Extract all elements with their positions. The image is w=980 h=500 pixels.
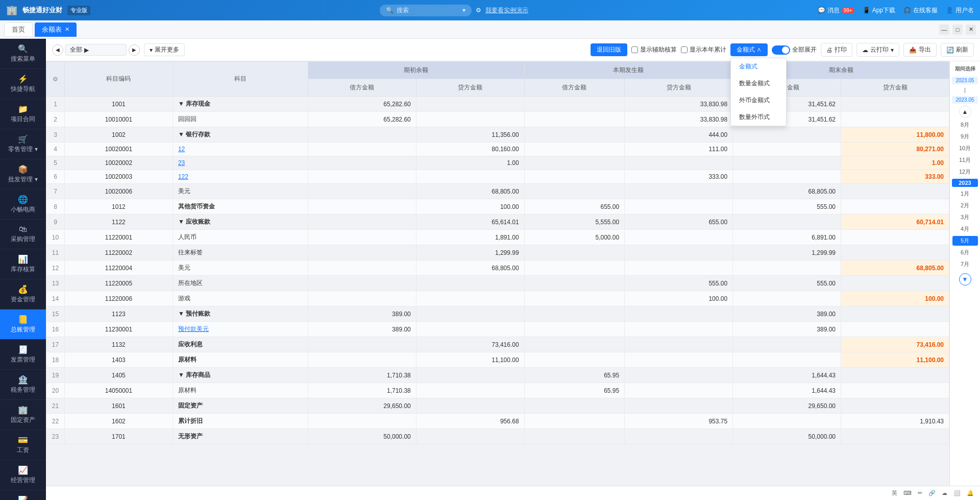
period-oct[interactable]: 10月 — [952, 144, 978, 153]
sidebar-item-quick-nav[interactable]: ⚡ 快捷导航 — [0, 69, 46, 99]
lang-icon[interactable]: 英 — [892, 489, 897, 497]
cloud-icon[interactable]: ☁ — [942, 490, 947, 496]
table-row: 211601固定资产29,650.0029,650.00 — [46, 398, 949, 414]
row-ob-credit: 1,891.00 — [416, 230, 524, 245]
export-btn[interactable]: 📤 导出 — [903, 43, 937, 57]
sidebar-item-wholesale-label: 批发管理 ▾ — [8, 176, 37, 183]
show-aux-input[interactable] — [631, 46, 638, 53]
row-name: ▼ 应收账款 — [173, 215, 308, 230]
row-name: 回回回 — [173, 112, 308, 127]
row-name[interactable]: 12 — [173, 142, 308, 156]
format-foreign-amount-item[interactable]: 外币金额式 — [731, 92, 786, 109]
toggle-control[interactable] — [772, 45, 790, 55]
show-ytd-input[interactable] — [681, 46, 688, 53]
row-cb-credit: 333.00 — [841, 170, 949, 184]
sidebar-item-tax[interactable]: 🏦 税务管理 — [0, 370, 46, 400]
toolbar-right: 退回旧版 显示辅助核算 显示本年累计 金额式 ∧ 金额式 数量金额 — [591, 43, 974, 57]
period-may[interactable]: 5月 — [952, 236, 978, 246]
app-download-btn[interactable]: 📱 App下载 — [863, 6, 895, 15]
period-dec[interactable]: 12月 — [952, 167, 978, 177]
sidebar-item-project[interactable]: 📁 项目合同 — [0, 99, 46, 129]
format-amount-item[interactable]: 金额式 — [731, 58, 786, 75]
row-name: 游戏 — [173, 291, 308, 306]
sidebar-item-ledger[interactable]: 📒 总账管理 — [0, 309, 46, 340]
keyboard-icon[interactable]: ⌨ — [903, 490, 912, 496]
table-row: 1611230001预付款美元389.00389.00 — [46, 322, 949, 337]
period-aug[interactable]: 8月 — [952, 120, 978, 130]
purchase-icon: 🛍 — [2, 225, 44, 234]
period-jan[interactable]: 1月 — [952, 189, 978, 199]
row-code: 1602 — [65, 414, 173, 429]
forward-btn[interactable]: ▶ — [129, 44, 140, 56]
period-mar[interactable]: 3月 — [952, 212, 978, 222]
period-sep[interactable]: 9月 — [952, 132, 978, 141]
row-cp-debit — [524, 260, 625, 276]
minimize-btn[interactable]: — — [939, 25, 949, 35]
tab-balance-close-icon[interactable]: ✕ — [65, 26, 69, 33]
row-name: 其他货币资金 — [173, 199, 308, 215]
period-jun[interactable]: 6月 — [952, 248, 978, 257]
period-down-btn[interactable]: ▼ — [959, 273, 971, 285]
back-old-btn[interactable]: 退回旧版 — [591, 43, 627, 56]
sidebar-item-ecommerce[interactable]: 🌐 小畅电商 — [0, 189, 46, 220]
sidebar-item-purchase[interactable]: 🛍 采购管理 — [0, 220, 46, 249]
format-dropdown-btn[interactable]: 金额式 ∧ — [730, 43, 768, 56]
edit-icon[interactable]: ✏ — [918, 490, 922, 496]
show-ytd-checkbox[interactable]: 显示本年累计 — [681, 45, 726, 54]
tab-balance[interactable]: 余额表 ✕ — [35, 22, 77, 37]
filter-arrow-icon: ▶ — [84, 46, 89, 54]
bell-icon[interactable]: 🔔 — [967, 490, 974, 496]
sidebar-item-search[interactable]: 🔍 搜索菜单 — [0, 39, 46, 69]
refresh-btn[interactable]: 🔄 刷新 — [941, 43, 974, 57]
expand-more-btn[interactable]: ▾ 展开更多 — [144, 43, 185, 56]
sidebar-item-invoice[interactable]: 🧾 发票管理 — [0, 340, 46, 370]
settings-icon[interactable]: ⚙ — [476, 7, 481, 14]
user-avatar[interactable]: 👤 用户名 — [946, 6, 974, 15]
sidebar-item-ops[interactable]: 📈 经营管理 — [0, 460, 46, 490]
global-search-bar[interactable]: 🔍 搜索 ▾ — [380, 5, 472, 16]
print-btn[interactable]: 🖨 打印 — [821, 43, 852, 57]
sidebar-item-inventory[interactable]: 📊 库存核算 — [0, 249, 46, 279]
screen-icon[interactable]: ⬜ — [953, 490, 961, 496]
sidebar-item-salary[interactable]: 💳 工资 — [0, 430, 46, 460]
period-up-btn[interactable]: ▲ — [959, 106, 971, 118]
period-jul[interactable]: 7月 — [952, 259, 978, 269]
table-row: 91122▼ 应收账款65,614.015,555.00655.0060,714… — [46, 215, 949, 230]
expand-all-toggle[interactable]: 全部展开 — [772, 45, 817, 55]
online-service-btn[interactable]: 🎧 在线客服 — [903, 6, 938, 15]
maximize-btn[interactable]: □ — [952, 25, 963, 35]
close-btn[interactable]: ✕ — [966, 25, 976, 35]
link-icon[interactable]: 🔗 — [928, 490, 936, 496]
search-sidebar-icon: 🔍 — [2, 44, 44, 54]
format-qty-foreign-item[interactable]: 数量外币式 — [731, 109, 786, 126]
cloud-print-btn[interactable]: ☁ 云打印 ▾ — [856, 43, 899, 57]
row-name[interactable]: 预付款美元 — [173, 322, 308, 337]
row-name[interactable]: 23 — [173, 156, 308, 170]
message-btn[interactable]: 💬 消息 99+ — [818, 6, 854, 15]
row-ob-credit — [416, 322, 524, 337]
row-number: 23 — [46, 429, 65, 444]
tab-home[interactable]: 首页 — [4, 22, 33, 37]
demo-link[interactable]: 我要看实例演示 — [485, 6, 528, 15]
sidebar-item-report[interactable]: 📝 小畅报销 — [0, 490, 46, 500]
period-nov[interactable]: 11月 — [952, 155, 978, 165]
row-number: 19 — [46, 368, 65, 383]
print-label: 打印 — [835, 45, 847, 54]
sidebar-item-project-label: 项目合同 — [11, 115, 35, 123]
sidebar-item-capital[interactable]: 💰 资金管理 — [0, 279, 46, 309]
row-name[interactable]: 122 — [173, 170, 308, 184]
back-btn[interactable]: ◀ — [52, 44, 63, 56]
sidebar-item-wholesale[interactable]: 📦 批发管理 ▾ — [0, 159, 46, 189]
period-feb[interactable]: 2月 — [952, 201, 978, 210]
format-qty-amount-item[interactable]: 数量金额式 — [731, 75, 786, 92]
sidebar-item-ecommerce-label: 小畅电商 — [11, 206, 35, 213]
sidebar-item-retail[interactable]: 🛒 零售管理 ▾ — [0, 129, 46, 159]
show-aux-checkbox[interactable]: 显示辅助核算 — [631, 45, 677, 54]
filter-input[interactable]: 全部 ▶ — [65, 44, 127, 56]
row-number: 15 — [46, 306, 65, 322]
header-right: 💬 消息 99+ 📱 App下载 🎧 在线客服 👤 用户名 — [818, 6, 974, 15]
export-icon: 📤 — [909, 46, 917, 54]
sidebar-item-assets[interactable]: 🏢 固定资产 — [0, 400, 46, 430]
period-apr[interactable]: 4月 — [952, 224, 978, 234]
table-settings-icon[interactable]: ⚙ — [53, 76, 58, 83]
